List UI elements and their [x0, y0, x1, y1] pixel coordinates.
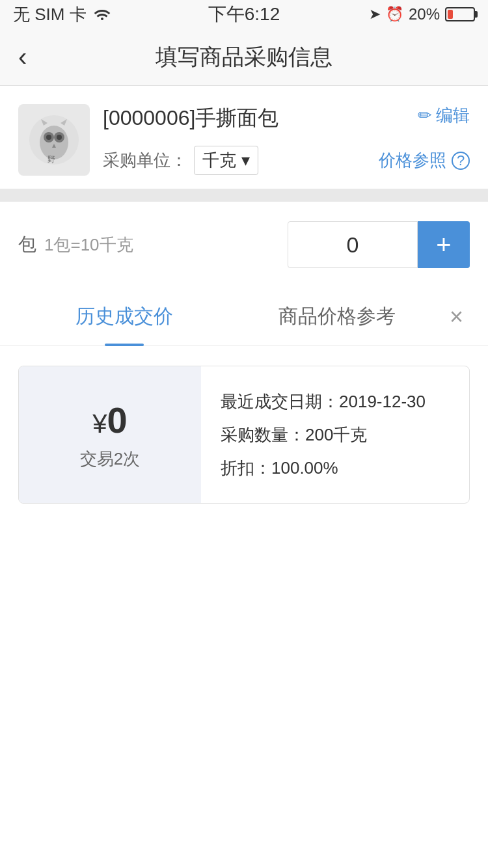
currency-symbol: ¥ — [92, 409, 107, 438]
trade-price-value: ¥0 — [92, 399, 127, 441]
purchase-unit-row: 采购单位： 千克 ▾ 价格参照 ? — [103, 146, 470, 175]
svg-point-4 — [46, 135, 51, 140]
svg-text:野: 野 — [47, 155, 55, 164]
product-image: 野 — [18, 104, 90, 176]
quantity-row: 包 1包=10千克 + — [0, 202, 488, 288]
product-info: [0000006]手撕面包 ✏ 编辑 采购单位： 千克 ▾ 价格参照 ? — [103, 104, 470, 175]
section-divider — [0, 189, 488, 202]
edit-button[interactable]: ✏ 编辑 — [418, 104, 470, 127]
edit-icon: ✏ — [418, 105, 432, 126]
unit-value: 千克 — [202, 149, 236, 172]
panel-section: 历史成交价 商品价格参考 × ¥0 交易2次 最近成交日期：2019-12-30… — [0, 288, 488, 868]
purchase-qty-value: 200千克 — [305, 425, 367, 444]
nav-bar: ‹ 填写商品采购信息 — [0, 29, 488, 86]
discount-value: 100.00% — [271, 458, 338, 478]
wifi-icon — [93, 5, 111, 25]
plus-icon: + — [436, 230, 451, 260]
pack-icon: 包 — [18, 232, 36, 257]
no-sim-text: 无 SIM 卡 — [13, 3, 87, 26]
page-title: 填写商品采购信息 — [156, 42, 332, 72]
product-name: [0000006]手撕面包 — [103, 104, 278, 133]
status-right: ➤ ⏰ 20% — [369, 5, 475, 23]
quantity-label: 包 1包=10千克 — [18, 232, 133, 257]
unit-select[interactable]: 千克 ▾ — [194, 146, 258, 175]
pack-conversion: 1包=10千克 — [44, 234, 133, 256]
status-left: 无 SIM 卡 — [13, 3, 111, 26]
price-number: 0 — [107, 400, 128, 441]
tab-price-ref-label: 商品价格参考 — [278, 303, 396, 330]
recent-date-value: 2019-12-30 — [339, 392, 426, 411]
quantity-input[interactable] — [288, 221, 418, 268]
edit-label: 编辑 — [436, 104, 470, 127]
alarm-icon: ⏰ — [386, 6, 403, 23]
tabs-bar: 历史成交价 商品价格参考 × — [0, 288, 488, 346]
price-ref-button[interactable]: 价格参照 ? — [379, 149, 470, 172]
recent-date-label: 最近成交日期： — [221, 392, 339, 411]
trade-date-row: 最近成交日期：2019-12-30 — [221, 390, 450, 413]
empty-content-area — [0, 523, 488, 868]
trade-card: ¥0 交易2次 最近成交日期：2019-12-30 采购数量：200千克 折扣：… — [18, 366, 470, 504]
dropdown-icon: ▾ — [241, 150, 250, 170]
discount-label: 折扣： — [221, 458, 271, 478]
trade-details-section: 最近成交日期：2019-12-30 采购数量：200千克 折扣：100.00% — [201, 366, 469, 503]
trade-discount-row: 折扣：100.00% — [221, 457, 450, 480]
quantity-input-group: + — [288, 221, 470, 268]
tab-history-label: 历史成交价 — [75, 303, 173, 330]
purchase-unit-label: 采购单位： — [103, 149, 187, 172]
battery-icon — [445, 7, 475, 21]
quantity-plus-button[interactable]: + — [418, 221, 470, 268]
purchase-qty-label: 采购数量： — [221, 425, 305, 444]
product-header: [0000006]手撕面包 ✏ 编辑 — [103, 104, 470, 133]
back-button[interactable]: ‹ — [18, 42, 27, 72]
svg-point-5 — [57, 135, 62, 140]
price-ref-label: 价格参照 — [379, 149, 446, 172]
product-card: 野 [0000006]手撕面包 ✏ 编辑 采购单位： 千克 ▾ 价格参照 ? — [0, 86, 488, 189]
battery-percent: 20% — [409, 5, 440, 23]
price-ref-help-icon: ? — [452, 152, 470, 170]
location-icon: ➤ — [369, 6, 381, 23]
tab-history-price[interactable]: 历史成交价 — [18, 288, 230, 346]
tab-close-button[interactable]: × — [443, 297, 470, 337]
trade-count: 交易2次 — [80, 448, 140, 470]
trade-price-section: ¥0 交易2次 — [19, 366, 201, 503]
battery-fill — [448, 10, 453, 19]
status-time: 下午6:12 — [208, 2, 280, 27]
trade-qty-row: 采购数量：200千克 — [221, 424, 450, 446]
status-bar: 无 SIM 卡 下午6:12 ➤ ⏰ 20% — [0, 0, 488, 29]
tab-price-reference[interactable]: 商品价格参考 — [230, 288, 442, 346]
